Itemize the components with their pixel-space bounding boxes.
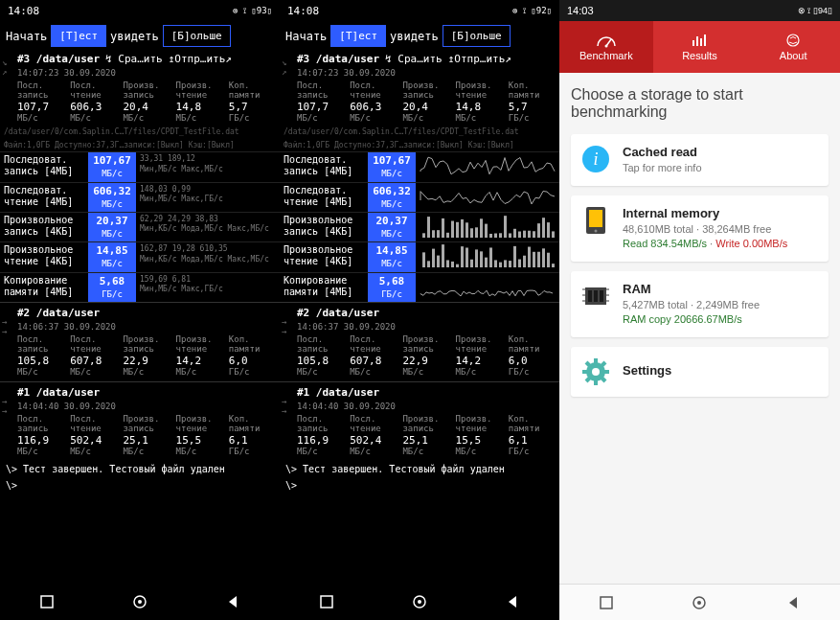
status-bar: 14:03 ⊗ ⟟ ▯94▯ xyxy=(559,0,840,21)
back-icon[interactable] xyxy=(505,594,520,609)
bars-icon xyxy=(690,33,711,48)
svg-rect-67 xyxy=(704,34,706,46)
svg-rect-35 xyxy=(442,244,444,267)
result-label: Произвольноезапись [4КБ] xyxy=(280,213,368,241)
svg-rect-21 xyxy=(509,233,511,238)
back-icon[interactable] xyxy=(785,595,801,610)
phone-1-cpdt-text: 14:08 ⊗ ⟟ ▯93▯ Начать [Т]ест увидеть [Б]… xyxy=(0,0,280,620)
metric-col: Произв.чтение15,5МБ/с xyxy=(176,415,221,457)
svg-rect-64 xyxy=(692,40,694,46)
metric-col: Посл.чтение606,3МБ/с xyxy=(350,81,395,124)
ram-chip-icon xyxy=(580,281,611,311)
more-button[interactable]: [Б]ольше xyxy=(163,25,231,47)
result-label: Произвольноечтение [4КБ] xyxy=(280,242,368,271)
metric-col: Коп.памяти5,7ГБ/с xyxy=(229,81,274,124)
result-row: Произвольноезапись [4КБ]20,37МБ/с xyxy=(280,212,559,241)
result-value: 20,37МБ/с xyxy=(88,213,136,241)
about-icon xyxy=(783,33,804,48)
svg-rect-46 xyxy=(494,261,497,268)
run-1-timestamp: 14:04:40 30.09.2020 xyxy=(17,402,280,413)
metric-col: Коп.памяти5,7ГБ/с xyxy=(509,81,554,124)
svg-rect-41 xyxy=(470,260,473,267)
view-label: увидеть xyxy=(110,30,159,43)
svg-rect-29 xyxy=(547,222,550,238)
home-icon[interactable] xyxy=(692,595,707,610)
info-icon: i xyxy=(580,144,611,174)
gear-icon xyxy=(580,356,611,387)
svg-rect-7 xyxy=(442,218,444,238)
tab-about[interactable]: About xyxy=(746,21,840,73)
svg-rect-28 xyxy=(542,218,545,238)
svg-rect-43 xyxy=(480,252,483,268)
tab-results[interactable]: Results xyxy=(653,21,747,73)
result-stats: 148,03 0,99Мин,МБ/с Макс,ГБ/с xyxy=(136,183,280,212)
svg-rect-24 xyxy=(523,231,526,238)
svg-rect-9 xyxy=(451,220,454,237)
send-button[interactable]: ↥Отпр…ить↗ xyxy=(448,53,511,66)
svg-rect-10 xyxy=(456,222,459,238)
metric-col: Посл.чтение502,4МБ/с xyxy=(350,415,395,457)
android-nav-bar xyxy=(0,584,280,620)
result-row: Копированиепамяти [4МБ]5,68ГБ/с xyxy=(280,272,559,302)
svg-point-68 xyxy=(787,34,799,46)
compare-button[interactable]: ↯ Сра…ить xyxy=(385,53,443,66)
svg-rect-22 xyxy=(513,229,516,238)
storage-internal-memory[interactable]: Internal memory 48,610MB total · 38,264M… xyxy=(571,195,829,262)
result-row: Копированиепамяти [4МБ]5,68ГБ/с159,69 6,… xyxy=(0,272,280,302)
test-button[interactable]: [Т]ест xyxy=(51,25,106,47)
metric-col: Произв.чтение14,2МБ/с xyxy=(176,335,221,378)
metric-col: Произв.запись25,1МБ/с xyxy=(402,415,447,457)
status-icons: ⊗ ⟟ ▯94▯ xyxy=(798,6,832,16)
metric-col: Коп.памяти6,0ГБ/с xyxy=(229,335,274,378)
svg-line-92 xyxy=(586,378,590,381)
svg-rect-38 xyxy=(456,264,459,267)
top-nav: Начать [Т]ест увидеть [Б]ольше xyxy=(0,21,280,51)
svg-rect-26 xyxy=(533,231,535,238)
result-label: Копированиепамяти [4МБ] xyxy=(280,273,368,302)
svg-line-93 xyxy=(602,362,605,366)
svg-rect-49 xyxy=(509,261,511,267)
svg-rect-54 xyxy=(533,252,535,267)
metric-col: Посл.запись116,9МБ/с xyxy=(17,415,62,457)
status-bar: 14:08 ⊗ ⟟ ▯93▯ xyxy=(0,0,280,21)
metric-col: Коп.памяти6,1ГБ/с xyxy=(229,415,274,457)
recents-icon[interactable] xyxy=(319,594,334,609)
storage-ram[interactable]: RAM 5,427MB total · 2,249MB free RAM cop… xyxy=(571,271,829,337)
back-icon[interactable] xyxy=(225,594,240,609)
status-bar: 14:08 ⊗ ⟟ ▯92▯ xyxy=(280,0,559,21)
recents-icon[interactable] xyxy=(599,595,614,610)
svg-rect-42 xyxy=(475,250,478,268)
recents-icon[interactable] xyxy=(39,594,55,609)
metric-col: Произв.чтение14,8МБ/с xyxy=(456,81,501,124)
android-nav-bar xyxy=(559,584,840,620)
svg-rect-27 xyxy=(537,223,540,238)
result-sparkline xyxy=(416,213,559,240)
tab-benchmark[interactable]: Benchmark xyxy=(559,21,653,73)
home-icon[interactable] xyxy=(132,594,148,609)
metric-col: Произв.чтение14,8МБ/с xyxy=(176,81,221,124)
run-1-header[interactable]: #1 /data/user xyxy=(17,386,100,400)
svg-rect-65 xyxy=(696,36,698,46)
result-value: 20,37МБ/с xyxy=(368,213,416,241)
result-value: 5,68ГБ/с xyxy=(88,273,136,302)
home-icon[interactable] xyxy=(412,594,427,609)
send-button[interactable]: ↥Отпр…ить↗ xyxy=(169,53,232,66)
result-sparkline xyxy=(416,183,559,210)
svg-rect-34 xyxy=(437,256,440,267)
storage-cached-read[interactable]: i Cached read Tap for more info xyxy=(571,134,829,186)
metric-col: Произв.запись25,1МБ/с xyxy=(123,415,168,457)
file-path: /data/user/0/com.Saplin.C…T/files/CPDT_T… xyxy=(0,126,280,139)
more-button[interactable]: [Б]ольше xyxy=(443,25,511,47)
compare-button[interactable]: ↯ Сра…ить xyxy=(105,53,163,66)
result-stats: 33,31 189,12Мин,МБ/с Макс,МБ/с xyxy=(136,152,280,181)
test-button[interactable]: [Т]ест xyxy=(330,25,386,47)
svg-rect-75 xyxy=(588,290,592,302)
svg-rect-6 xyxy=(437,230,440,238)
svg-rect-55 xyxy=(537,252,540,267)
run-2-header[interactable]: #2 /data/user xyxy=(17,307,100,320)
settings-item[interactable]: Settings xyxy=(571,347,829,397)
phone-2-cpdt-graphs: 14:08 ⊗ ⟟ ▯92▯ Начать [Т]ест увидеть [Б]… xyxy=(280,0,559,620)
result-row: Последоват.чтение [4МБ]606,32МБ/с148,03 … xyxy=(0,182,280,212)
svg-rect-17 xyxy=(489,234,492,238)
metric-col: Посл.запись105,8МБ/с xyxy=(297,335,342,378)
